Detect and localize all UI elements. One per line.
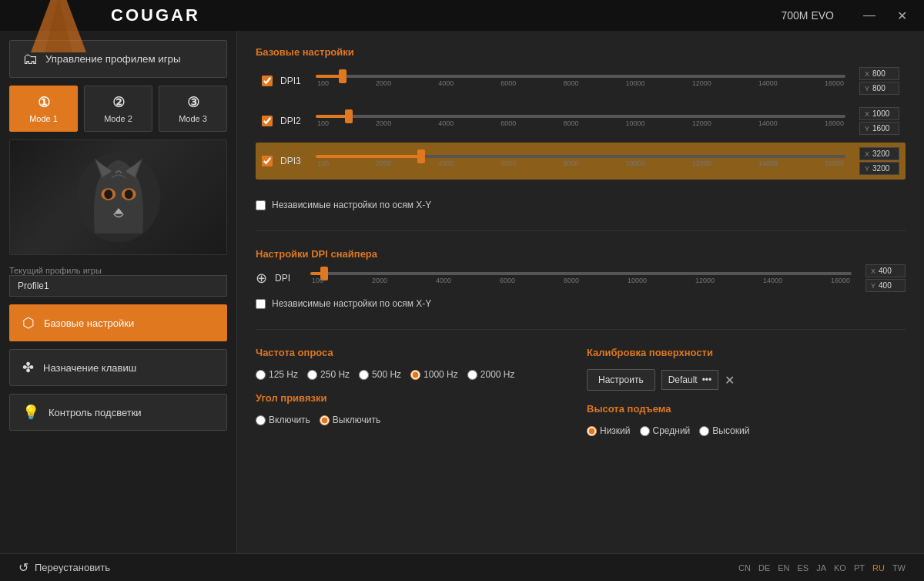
lang-ko[interactable]: KO [834, 563, 846, 573]
lang-ru[interactable]: RU [872, 563, 885, 573]
calibration-default-dropdown[interactable]: Default ••• [661, 370, 719, 390]
dpi1-values: X 800 Y 800 [859, 67, 899, 95]
angle-on-label[interactable]: Включить [256, 415, 310, 425]
dpi2-slider-container: 100200040006000800010000120001400016000 [316, 115, 845, 127]
lod-low-label[interactable]: Низкий [587, 425, 631, 436]
minimize-button[interactable]: — [859, 7, 880, 24]
calibration-clear-button[interactable]: ✕ [725, 373, 735, 388]
dpi1-checkbox[interactable] [262, 76, 273, 86]
sniper-scale: 100200040006000800010000120001400016000 [310, 277, 852, 284]
polling-250-label[interactable]: 250 Hz [307, 369, 350, 380]
sniper-dpi-row: ⊕ DPI 1002000400060008000100001200014000… [256, 264, 906, 292]
angle-title: Угол привязки [256, 392, 574, 404]
lod-mid-radio[interactable] [640, 426, 650, 436]
sniper-slider[interactable] [310, 272, 852, 275]
titlebar: COUGAR 700M EVO — ✕ [0, 0, 924, 31]
xy-independent-label: Независимые настройки по осям X-Y [272, 200, 431, 210]
sniper-xy-checkbox[interactable] [256, 299, 266, 309]
polling-2000-radio[interactable] [467, 370, 477, 380]
sidebar: 🗂 Управление профилем игры ① Mode 1 ② Mo… [0, 31, 237, 553]
mode-3-button[interactable]: ③ Mode 3 [159, 86, 227, 132]
xy-independent-checkbox[interactable] [256, 200, 266, 210]
dpi3-x-val: 3200 [872, 149, 889, 158]
lang-tw[interactable]: TW [892, 563, 906, 573]
dpi3-checkbox[interactable] [262, 156, 273, 166]
mode-1-label: Mode 1 [29, 114, 58, 123]
dpi3-row: DPI3 10020004000600080001000012000140001… [256, 143, 906, 180]
dpi3-slider-container: 100200040006000800010000120001400016000 [316, 155, 845, 167]
polling-500-radio[interactable] [359, 370, 369, 380]
mode-1-icon: ① [38, 94, 50, 111]
polling-125-label[interactable]: 125 Hz [256, 369, 298, 380]
lang-es[interactable]: ES [798, 563, 809, 573]
dpi2-y-box: Y 1600 [859, 122, 899, 135]
device-name: 700M EVO [782, 9, 834, 22]
sniper-title: Настройки DPI снайпера [256, 248, 906, 260]
lod-mid-label[interactable]: Средний [640, 425, 691, 436]
dpi2-row: DPI2 10020004000600080001000012000140001… [256, 102, 906, 139]
profile-label: Текущий профиль игры [9, 266, 227, 275]
mode-3-icon: ③ [187, 94, 199, 111]
dpi3-label: DPI3 [280, 156, 308, 166]
sniper-x-box: X 400 [865, 264, 906, 277]
mode-buttons: ① Mode 1 ② Mode 2 ③ Mode 3 [9, 86, 227, 132]
lang-en[interactable]: EN [778, 563, 789, 573]
lod-high-radio[interactable] [699, 426, 709, 436]
polling-250-radio[interactable] [307, 370, 317, 380]
dpi1-x-box: X 800 [859, 67, 899, 80]
lang-cn[interactable]: CN [738, 563, 751, 573]
reset-label: Переустановить [35, 562, 110, 573]
angle-radio-group: Включить Выключить [256, 415, 574, 425]
polling-125-radio[interactable] [256, 370, 266, 380]
svg-point-9 [104, 190, 112, 199]
dpi2-values: X 1000 Y 1600 [859, 107, 899, 135]
lod-high-label[interactable]: Высокий [699, 425, 749, 436]
dpi2-label: DPI2 [280, 116, 308, 126]
sniper-y-val: 400 [879, 281, 892, 290]
profile-name-input[interactable] [9, 275, 227, 297]
cougar-logo-icon [12, 0, 105, 62]
dpi3-y-box: Y 3200 [859, 162, 899, 175]
angle-off-label[interactable]: Выключить [320, 415, 380, 425]
reset-button[interactable]: ↺ Переустановить [18, 560, 110, 575]
dpi2-x-val: 1000 [872, 109, 889, 118]
dpi1-slider[interactable] [316, 75, 845, 78]
nav-basic-settings-button[interactable]: ⬡ Базовые настройки [9, 304, 227, 341]
mode-1-button[interactable]: ① Mode 1 [9, 86, 78, 132]
dpi2-y-val: 1600 [872, 124, 889, 133]
sniper-x-val: 400 [879, 267, 892, 275]
lang-ja[interactable]: JA [816, 563, 826, 573]
cougar-mascot-svg [49, 143, 188, 251]
cougar-mascot-image [9, 139, 227, 255]
lang-de[interactable]: DE [758, 563, 770, 573]
dpi2-checkbox[interactable] [262, 116, 273, 126]
section-divider-2 [256, 329, 906, 330]
nav-lighting-button[interactable]: 💡 Контроль подсветки [9, 394, 227, 431]
polling-1000-radio[interactable] [410, 370, 420, 380]
dpi1-y-val: 800 [872, 84, 886, 92]
polling-500-label[interactable]: 500 Hz [359, 369, 401, 380]
nav-lighting-label: Контроль подсветки [49, 407, 142, 418]
dpi1-label: DPI1 [280, 76, 308, 86]
dpi3-slider[interactable] [316, 155, 845, 158]
key-assign-icon: ✤ [22, 359, 34, 376]
section-divider-1 [256, 230, 906, 231]
nav-key-assign-button[interactable]: ✤ Назначение клавиш [9, 349, 227, 386]
lang-pt[interactable]: PT [854, 563, 865, 573]
svg-point-10 [124, 190, 132, 199]
calibrate-button[interactable]: Настроить [587, 369, 655, 391]
polling-1000-label[interactable]: 1000 Hz [410, 369, 458, 380]
mode-2-button[interactable]: ② Mode 2 [84, 86, 152, 132]
sniper-xy-label: Независимые настройки по осям X-Y [272, 298, 431, 309]
calibration-lod-section: Калибровка поверхности Настроить Default… [587, 347, 906, 436]
polling-2000-label[interactable]: 2000 Hz [467, 369, 515, 380]
close-button[interactable]: ✕ [892, 7, 912, 25]
angle-off-radio[interactable] [320, 415, 330, 425]
angle-on-radio[interactable] [256, 415, 266, 425]
dpi2-slider[interactable] [316, 115, 845, 118]
sniper-slider-container: 100200040006000800010000120001400016000 [310, 272, 852, 284]
xy-independent-row: Независимые настройки по осям X-Y [256, 200, 906, 210]
lod-low-radio[interactable] [587, 426, 597, 436]
main-layout: 🗂 Управление профилем игры ① Mode 1 ② Mo… [0, 31, 924, 553]
mode-2-label: Mode 2 [104, 114, 132, 123]
